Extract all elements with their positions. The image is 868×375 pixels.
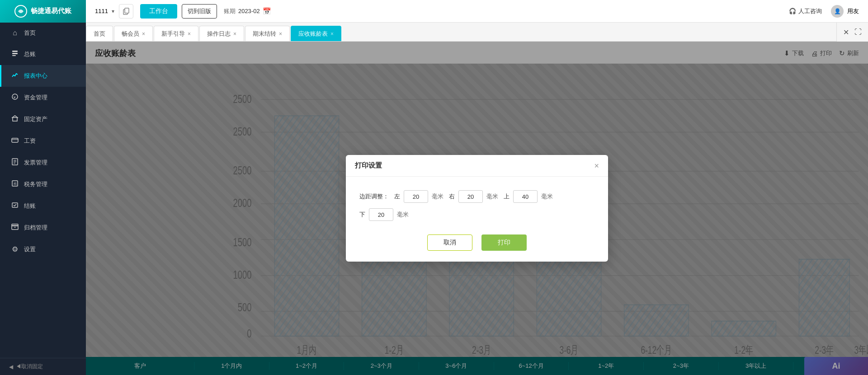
sidebar-funds-label: 资金管理: [24, 94, 47, 102]
reports-icon: [10, 71, 19, 80]
print-confirm-button[interactable]: 打印: [481, 234, 527, 251]
sidebar-item-archive[interactable]: 归档管理: [0, 217, 86, 239]
period-value: 2023-02: [238, 8, 260, 14]
avatar-icon: 👤: [834, 8, 841, 14]
logo-text: 畅捷通易代账: [31, 7, 71, 15]
sidebar-settings-label: 设置: [24, 245, 36, 253]
tab-oplog[interactable]: 操作日志 ×: [199, 26, 244, 41]
collapse-icon: ◀: [9, 364, 13, 370]
margin-top-input[interactable]: [513, 190, 538, 203]
top-right: 🎧 人工咨询 👤 用友: [789, 5, 868, 18]
margin-top-unit: 毫米: [541, 192, 553, 201]
margin-left-group: 左 毫米: [394, 190, 443, 203]
sidebar-item-payroll[interactable]: 工资: [0, 130, 86, 152]
company-dropdown-icon: ▾: [112, 8, 114, 14]
svg-rect-2: [125, 8, 129, 13]
svg-text:税: 税: [14, 182, 17, 185]
sidebar-item-funds[interactable]: ¥ 资金管理: [0, 87, 86, 108]
workbench-button[interactable]: 工作台: [140, 4, 177, 19]
user-area[interactable]: 👤 用友: [831, 5, 859, 18]
margin-label: 边距调整：: [359, 192, 389, 201]
tab-member-close[interactable]: ×: [142, 31, 145, 37]
user-label: 用友: [847, 7, 859, 15]
sidebar-settlement-label: 结账: [24, 202, 36, 210]
modal-close-button[interactable]: ×: [594, 162, 599, 170]
margin-left-unit: 毫米: [432, 192, 443, 201]
tab-yearend[interactable]: 期末结转 ×: [245, 26, 290, 41]
sidebar-ledger-label: 总账: [24, 50, 36, 58]
margin-right-label: 右: [449, 192, 455, 201]
tab-home[interactable]: 首页: [86, 26, 113, 41]
sidebar-item-home[interactable]: ⌂ 首页: [0, 23, 86, 43]
logo-icon: [14, 5, 27, 18]
sidebar: ⌂ 首页 总账 报表中心 ¥ 资金管理: [0, 23, 86, 375]
period-label: 账期: [224, 7, 236, 15]
funds-icon: ¥: [10, 93, 19, 102]
margin-bottom-group: 下 毫米: [359, 208, 409, 221]
period-info: 账期 2023-02 📅: [224, 7, 271, 15]
settings-icon: ⚙: [10, 245, 19, 253]
logo-area: 畅捷通易代账: [0, 0, 86, 23]
sidebar-collapse-button[interactable]: ◀ ◀取消固定: [0, 358, 86, 375]
main-layout: ⌂ 首页 总账 报表中心 ¥ 资金管理: [0, 23, 868, 375]
sidebar-item-ledger[interactable]: 总账: [0, 43, 86, 65]
modal-overlay: 打印设置 × 边距调整： 左 毫米 右: [86, 42, 868, 375]
margin-bottom-input[interactable]: [369, 208, 393, 221]
tab-member[interactable]: 畅会员 ×: [114, 26, 153, 41]
sidebar-tax-label: 税务管理: [24, 180, 47, 188]
margin-right-unit: 毫米: [486, 192, 498, 201]
copy-icon-btn[interactable]: [119, 4, 133, 19]
payroll-icon: [10, 136, 19, 145]
sidebar-item-tax[interactable]: 税 税务管理: [0, 173, 86, 195]
tab-yearend-close[interactable]: ×: [279, 31, 282, 37]
support-label: 人工咨询: [798, 7, 822, 15]
sidebar-item-fixed-assets[interactable]: 固定资产: [0, 108, 86, 130]
tab-agetable-close[interactable]: ×: [330, 31, 334, 37]
modal-footer: 取消 打印: [346, 230, 608, 262]
collapse-label: ◀取消固定: [16, 363, 43, 370]
sidebar-fixed-assets-label: 固定资产: [24, 115, 47, 123]
tab-agetable[interactable]: 应收账龄表 ×: [291, 26, 341, 41]
svg-rect-4: [12, 53, 18, 54]
fixed-assets-icon: [10, 115, 19, 124]
calendar-icon[interactable]: 📅: [263, 7, 271, 15]
invoice-icon: [10, 158, 19, 167]
company-selector[interactable]: 1111 ▾: [95, 8, 114, 14]
tab-yearend-label: 期末结转: [253, 30, 276, 38]
sidebar-item-invoice[interactable]: 发票管理: [0, 152, 86, 173]
svg-rect-5: [12, 55, 16, 56]
svg-rect-9: [12, 138, 18, 142]
svg-rect-8: [13, 117, 17, 121]
margin-left-input[interactable]: [404, 190, 428, 203]
switch-version-button[interactable]: 切到旧版: [182, 4, 217, 19]
support-link[interactable]: 🎧 人工咨询: [789, 7, 822, 15]
modal-title: 打印设置: [355, 161, 382, 170]
ledger-icon: [10, 50, 19, 59]
sidebar-item-label: 首页: [24, 29, 36, 37]
svg-rect-19: [12, 224, 18, 226]
company-name: 1111: [95, 8, 108, 14]
cancel-button[interactable]: 取消: [427, 234, 472, 251]
close-window-btn[interactable]: ✕: [841, 26, 851, 38]
sidebar-reports-label: 报表中心: [24, 72, 47, 80]
tax-icon: 税: [10, 180, 19, 189]
sidebar-item-settlement[interactable]: 结账: [0, 195, 86, 217]
sidebar-item-reports[interactable]: 报表中心: [0, 65, 86, 87]
sidebar-invoice-label: 发票管理: [24, 159, 47, 167]
copy-icon: [123, 8, 130, 15]
margin-right-input[interactable]: [458, 190, 483, 203]
modal-body: 边距调整： 左 毫米 右 毫米: [346, 177, 608, 230]
margin-left-label: 左: [394, 192, 400, 201]
sidebar-item-settings[interactable]: ⚙ 设置: [0, 239, 86, 260]
headset-icon: 🎧: [789, 8, 796, 14]
sidebar-archive-label: 归档管理: [24, 224, 47, 232]
tab-guide-close[interactable]: ×: [188, 31, 191, 37]
tab-oplog-label: 操作日志: [207, 30, 231, 38]
tab-guide[interactable]: 新手引导 ×: [154, 26, 198, 41]
margin-top-group: 上 毫米: [504, 190, 553, 203]
tab-oplog-close[interactable]: ×: [233, 31, 236, 37]
expand-window-btn[interactable]: ⛶: [853, 26, 863, 38]
page-content: 应收账龄表 ⬇ 下载 🖨 打印 ↻ 刷新: [86, 42, 868, 375]
svg-rect-3: [12, 51, 18, 52]
tab-member-label: 畅会员: [122, 30, 139, 38]
